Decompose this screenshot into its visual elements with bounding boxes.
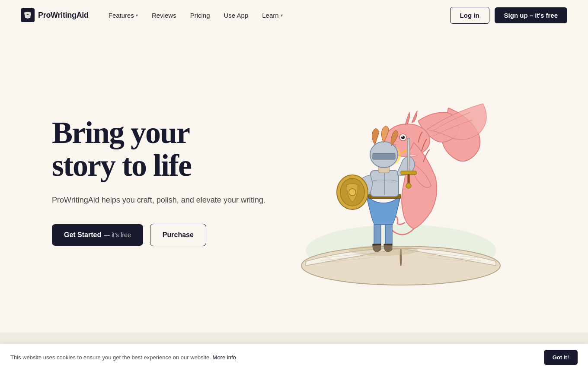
signup-button[interactable]: Sign up – it's free <box>495 7 567 23</box>
nav-features[interactable]: Features ▾ <box>102 8 144 22</box>
hero-section: Bring your story to life ProWritingAid h… <box>0 30 588 333</box>
svg-rect-30 <box>401 171 416 174</box>
nav-reviews[interactable]: Reviews <box>146 8 182 22</box>
nav-right: Log in Sign up – it's free <box>450 7 567 24</box>
hero-buttons: Get Started — it's free Purchase <box>52 224 265 246</box>
logo[interactable]: ProWritingAid <box>21 8 89 22</box>
cookie-accept-button[interactable]: Got it! <box>544 350 578 365</box>
nav-pricing[interactable]: Pricing <box>184 8 216 22</box>
svg-point-37 <box>349 245 418 256</box>
navbar: ProWritingAid Features ▾ Reviews Pricing… <box>0 0 588 30</box>
chevron-down-icon: ▾ <box>136 13 138 18</box>
svg-rect-22 <box>385 222 392 246</box>
svg-point-12 <box>401 136 403 137</box>
hero-title: Bring your story to life <box>52 117 265 182</box>
svg-point-28 <box>349 189 356 196</box>
free-label: — it's free <box>104 231 131 238</box>
nav-links: Features ▾ Reviews Pricing Use App Learn… <box>102 8 289 22</box>
nav-learn[interactable]: Learn ▾ <box>256 8 288 22</box>
svg-point-32 <box>406 183 411 188</box>
hero-illustration <box>280 69 522 294</box>
hero-right <box>265 69 536 294</box>
logo-text: ProWritingAid <box>38 11 89 20</box>
hero-subtitle: ProWritingAid helps you craft, polish, a… <box>52 194 265 206</box>
get-started-button[interactable]: Get Started — it's free <box>52 224 143 246</box>
nav-left: ProWritingAid Features ▾ Reviews Pricing… <box>21 8 289 22</box>
cookie-text: This website uses cookies to ensure you … <box>10 354 537 361</box>
chevron-down-icon-2: ▾ <box>281 13 283 18</box>
hero-illustration-svg <box>280 69 522 294</box>
login-button[interactable]: Log in <box>450 7 489 24</box>
svg-rect-31 <box>408 174 409 184</box>
hero-left: Bring your story to life ProWritingAid h… <box>52 117 265 246</box>
logo-icon <box>21 8 35 22</box>
svg-rect-36 <box>373 153 395 159</box>
cookie-banner: This website uses cookies to ensure you … <box>0 344 588 371</box>
purchase-button[interactable]: Purchase <box>150 224 206 246</box>
cookie-more-link[interactable]: More info <box>213 354 236 361</box>
nav-use-app[interactable]: Use App <box>218 8 255 22</box>
svg-rect-21 <box>374 222 381 246</box>
